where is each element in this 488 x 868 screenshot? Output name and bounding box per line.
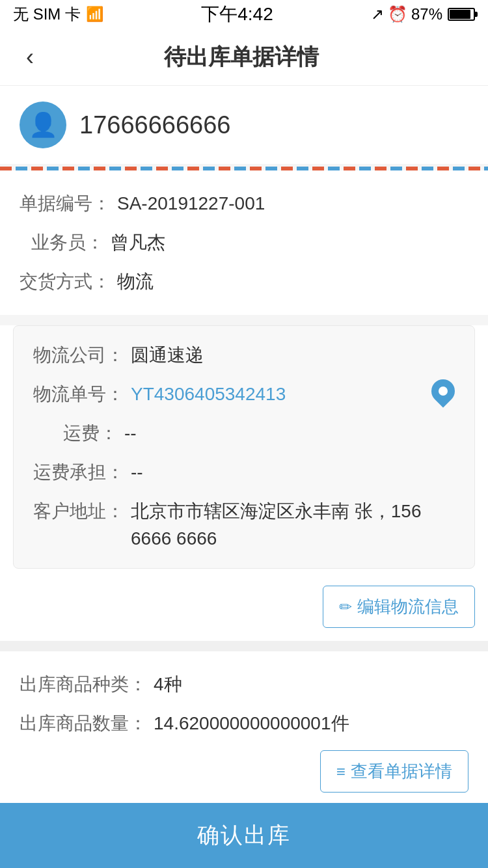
freight-bearer-value: -- <box>131 459 455 486</box>
edit-logistics-button[interactable]: ✏ 编辑物流信息 <box>323 586 475 628</box>
edit-button-row: ✏ 编辑物流信息 <box>13 579 475 641</box>
delivery-method-value: 物流 <box>117 268 468 295</box>
delivery-method-label: 交货方式： <box>20 268 117 295</box>
product-quantity-row: 出库商品数量： 14.62000000000000​1件 <box>20 710 468 737</box>
avatar-icon: 👤 <box>29 111 58 139</box>
avatar: 👤 <box>20 102 66 148</box>
sales-person-value: 曾凡杰 <box>111 229 468 256</box>
status-left: 无 SIM 卡 📶 <box>13 4 103 25</box>
tracking-label: 物流单号： <box>33 381 131 408</box>
logistics-company-value: 圆通速递 <box>131 342 455 369</box>
product-types-row: 出库商品种类： 4种 <box>20 671 468 698</box>
order-info-section: 单据编号： SA-20191227-001 业务员： 曾凡杰 交货方式： 物流 <box>0 170 488 315</box>
sales-person-row: 业务员： 曾凡杰 <box>20 229 468 256</box>
product-types-label: 出库商品种类： <box>20 671 154 698</box>
carrier-label: 无 SIM 卡 <box>13 4 81 25</box>
freight-label: 运费： <box>33 420 124 447</box>
view-detail-label: 查看单据详情 <box>351 760 452 783</box>
back-button[interactable]: ‹ <box>20 37 40 77</box>
order-number-value: SA-20191227-001 <box>117 190 468 217</box>
product-section: 出库商品种类： 4种 出库商品数量： 14.62000000000000​1件 <box>0 651 488 750</box>
user-phone: 17666666666 <box>79 111 230 139</box>
nav-bar: ‹ 待出库单据详情 <box>0 29 488 86</box>
page-title: 待出库单据详情 <box>47 42 436 72</box>
tracking-row: 物流单号： YT43064053424​13 <box>33 381 455 408</box>
product-quantity-value: 14.62000000000000​1件 <box>154 710 468 737</box>
section-divider-1 <box>0 641 488 651</box>
freight-value: -- <box>124 420 455 447</box>
freight-bearer-row: 运费承担： -- <box>33 459 455 486</box>
location-status-icon: ↗ <box>371 5 384 23</box>
battery-icon <box>448 8 475 21</box>
edit-icon: ✏ <box>339 598 352 616</box>
freight-bearer-label: 运费承担： <box>33 459 131 486</box>
user-header: 👤 17666666666 <box>0 86 488 164</box>
tracking-value: YT43064053424​13 <box>131 381 424 408</box>
battery-label: 87% <box>411 5 442 23</box>
address-label: 客户地址： <box>33 498 131 525</box>
address-value: 北京市市辖区海淀区永丰南 张，156 6666 6666 <box>131 498 455 552</box>
order-number-label: 单据编号： <box>20 190 117 217</box>
logistics-company-row: 物流公司： 圆通速递 <box>33 342 455 369</box>
product-types-value: 4种 <box>154 671 468 698</box>
view-detail-row: ≡ 查看单据详情 <box>0 750 488 806</box>
view-detail-button[interactable]: ≡ 查看单据详情 <box>320 750 468 793</box>
freight-row: 运费： -- <box>33 420 455 447</box>
address-row: 客户地址： 北京市市辖区海淀区永丰南 张，156 6666 6666 <box>33 498 455 552</box>
confirm-button[interactable]: 确认出库 <box>197 821 291 850</box>
list-icon: ≡ <box>336 763 346 781</box>
product-quantity-label: 出库商品数量： <box>20 710 154 737</box>
status-time: 下午4:42 <box>201 2 273 27</box>
wifi-icon: 📶 <box>86 6 103 23</box>
edit-button-label: 编辑物流信息 <box>357 595 459 618</box>
tracking-location-icon[interactable] <box>427 375 460 408</box>
logistics-company-label: 物流公司： <box>33 342 131 369</box>
order-number-row: 单据编号： SA-20191227-001 <box>20 190 468 217</box>
alarm-icon: ⏰ <box>388 5 407 23</box>
sales-person-label: 业务员： <box>20 229 111 256</box>
delivery-method-row: 交货方式： 物流 <box>20 268 468 295</box>
status-bar: 无 SIM 卡 📶 下午4:42 ↗ ⏰ 87% <box>0 0 488 29</box>
status-right: ↗ ⏰ 87% <box>371 5 475 23</box>
bottom-bar: 确认出库 <box>0 803 488 868</box>
logistics-card: 物流公司： 圆通速递 物流单号： YT43064053424​13 运费： --… <box>13 325 475 569</box>
